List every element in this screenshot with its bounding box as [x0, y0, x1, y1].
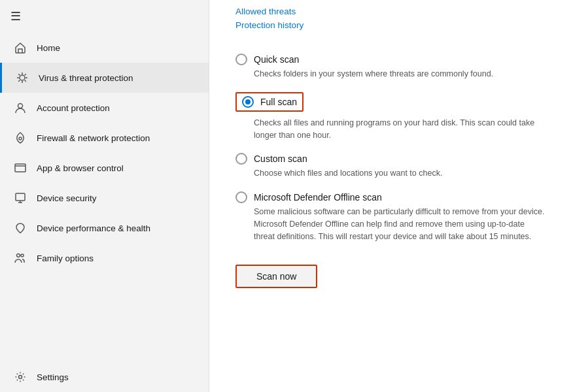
custom-scan-option: Custom scan Choose which files and locat…	[235, 153, 547, 180]
protection-history-link[interactable]: Protection history	[235, 20, 547, 30]
firewall-icon	[13, 131, 27, 145]
full-scan-label: Full scan	[260, 97, 297, 107]
scan-now-button[interactable]: Scan now	[235, 265, 317, 288]
sidebar-item-app-browser[interactable]: App & browser control	[0, 153, 209, 183]
sidebar-item-device-health[interactable]: Device performance & health	[0, 213, 209, 243]
offline-scan-description: Some malicious software can be particula…	[254, 206, 547, 242]
custom-scan-header: Custom scan	[235, 153, 547, 165]
sidebar-item-device-security[interactable]: Device security	[0, 183, 209, 213]
svg-rect-4	[16, 193, 25, 201]
custom-scan-label: Custom scan	[254, 154, 307, 164]
sidebar-item-virus[interactable]: Virus & threat protection	[0, 63, 209, 93]
sidebar-item-settings-label: Settings	[37, 372, 69, 382]
quick-scan-description: Checks folders in your system where thre…	[254, 68, 547, 80]
svg-point-1	[18, 104, 23, 108]
sidebar-item-device-health-label: Device performance & health	[37, 223, 150, 233]
device-health-icon	[13, 221, 27, 235]
sidebar-item-home[interactable]: Home	[0, 33, 209, 63]
offline-scan-option: Microsoft Defender Offline scan Some mal…	[235, 191, 547, 242]
main-content: Allowed threats Protection history Quick…	[209, 0, 573, 392]
allowed-threats-link[interactable]: Allowed threats	[235, 7, 547, 16]
account-icon	[13, 101, 27, 115]
sidebar-item-firewall[interactable]: Firewall & network protection	[0, 123, 209, 153]
settings-icon	[13, 370, 27, 384]
sidebar-item-firewall-label: Firewall & network protection	[37, 133, 150, 143]
quick-scan-header: Quick scan	[235, 54, 547, 65]
svg-point-7	[19, 376, 22, 379]
device-security-icon	[13, 191, 27, 205]
family-icon	[13, 251, 27, 265]
sidebar-item-home-label: Home	[37, 43, 60, 53]
home-icon	[13, 41, 27, 55]
sidebar-item-account[interactable]: Account protection	[0, 93, 209, 123]
offline-scan-radio[interactable]	[235, 191, 247, 203]
sidebar-item-settings[interactable]: Settings	[0, 362, 209, 392]
custom-scan-radio[interactable]	[235, 153, 247, 165]
offline-scan-label: Microsoft Defender Offline scan	[254, 192, 382, 203]
app-browser-icon	[13, 161, 27, 175]
hamburger-icon[interactable]: ☰	[10, 9, 21, 24]
quick-scan-label: Quick scan	[254, 54, 299, 65]
links-section: Allowed threats Protection history	[235, 0, 547, 47]
svg-point-5	[17, 254, 20, 257]
offline-scan-header: Microsoft Defender Offline scan	[235, 191, 547, 203]
full-scan-selected-box[interactable]: Full scan	[235, 92, 304, 112]
svg-point-6	[21, 254, 24, 257]
full-scan-description: Checks all files and running programs on…	[254, 117, 547, 142]
quick-scan-option: Quick scan Checks folders in your system…	[235, 54, 547, 80]
sidebar-item-app-label: App & browser control	[37, 163, 124, 173]
sidebar-item-family-label: Family options	[37, 253, 94, 263]
sidebar-item-virus-label: Virus & threat protection	[39, 73, 133, 83]
sidebar-item-family[interactable]: Family options	[0, 243, 209, 273]
full-scan-option: Full scan Checks all files and running p…	[235, 92, 547, 142]
sidebar: ☰ Home Virus & threat protection Account…	[0, 0, 209, 392]
full-scan-radio[interactable]	[242, 96, 254, 108]
quick-scan-radio[interactable]	[235, 54, 247, 65]
custom-scan-description: Choose which files and locations you wan…	[254, 167, 547, 180]
virus-icon	[15, 71, 29, 85]
sidebar-bottom: Settings	[0, 362, 209, 392]
svg-point-2	[19, 137, 22, 140]
sidebar-header: ☰	[0, 0, 209, 33]
svg-rect-3	[15, 164, 26, 172]
full-scan-header: Full scan	[235, 92, 547, 114]
scan-options: Quick scan Checks folders in your system…	[235, 54, 547, 242]
svg-point-0	[20, 75, 25, 80]
sidebar-item-account-label: Account protection	[37, 103, 110, 113]
sidebar-item-device-security-label: Device security	[37, 193, 97, 203]
